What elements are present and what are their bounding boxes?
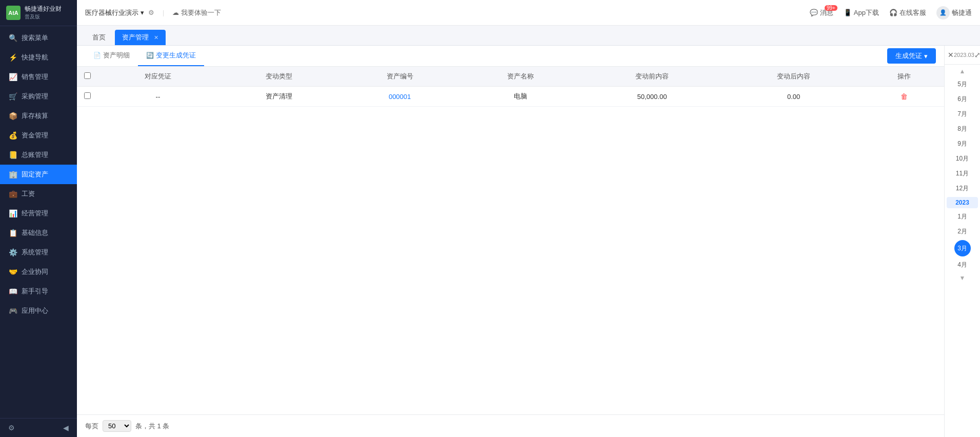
table-container: 对应凭证 变动类型 资产编号 资产名称 变动前内容 变动后内容 操作 xyxy=(77,67,944,414)
sidebar-item-search[interactable]: 🔍 搜索菜单 xyxy=(0,28,77,48)
calendar-date-label: 2023.03 xyxy=(954,50,974,60)
experience-btn[interactable]: ☁ 我要体验一下 xyxy=(172,8,221,17)
sidebar-item-basicinfo[interactable]: 📋 基础信息 xyxy=(0,223,77,243)
calendar-month-6[interactable]: 6月 xyxy=(945,92,980,107)
customer-service-action[interactable]: 🎧 在线客服 xyxy=(889,8,926,17)
cell-before-change: 50,000.00 xyxy=(581,87,723,107)
sub-tab-detail[interactable]: 📄 资产明细 xyxy=(85,46,138,66)
calendar-month-5[interactable]: 5月 xyxy=(945,77,980,92)
sidebar-item-quicknav[interactable]: ⚡ 快捷导航 xyxy=(0,48,77,67)
calendar-year-2023[interactable]: 2023 xyxy=(947,197,978,208)
search-icon: 🔍 xyxy=(8,34,17,42)
sub-tabs: 📄 资产明细 🔄 变更生成凭证 生成凭证 ▾ xyxy=(77,46,944,67)
sidebar-item-label: 基础信息 xyxy=(22,228,48,237)
main-area: 医疗器械行业演示 ▾ ⚙ | ☁ 我要体验一下 💬 消息 99+ 📱 App下载… xyxy=(77,0,980,437)
per-page-select[interactable]: 50 10 20 100 xyxy=(103,420,131,432)
calendar-close-button[interactable]: ✕ xyxy=(948,51,954,59)
cell-after-change: 0.00 xyxy=(723,87,865,107)
generate-voucher-button[interactable]: 生成凭证 ▾ xyxy=(887,48,936,64)
col-before-change: 变动前内容 xyxy=(581,67,723,87)
content-with-panel: 📄 资产明细 🔄 变更生成凭证 生成凭证 ▾ xyxy=(77,46,980,437)
generate-dropdown-icon: ▾ xyxy=(924,52,928,60)
row-checkbox[interactable] xyxy=(84,92,91,99)
col-change-type: 变动类型 xyxy=(218,67,339,87)
select-all-checkbox[interactable] xyxy=(84,72,91,79)
sidebar-logo: AtA 畅捷通好业财 普及版 xyxy=(0,0,77,26)
customer-service-label: 在线客服 xyxy=(899,8,926,17)
calendar-month-3-active[interactable]: 3月 xyxy=(954,240,971,256)
sidebar-item-guide[interactable]: 📖 新手引导 xyxy=(0,282,77,301)
sidebar-item-label: 固定资产 xyxy=(22,170,48,179)
calendar-month-2[interactable]: 2月 xyxy=(945,224,980,239)
sidebar: AtA 畅捷通好业财 普及版 🔍 搜索菜单 ⚡ 快捷导航 📈 销售管理 🛒 采购… xyxy=(0,0,77,437)
sidebar-item-system[interactable]: ⚙️ 系统管理 xyxy=(0,243,77,262)
sidebar-bottom: ⚙ ◀ xyxy=(0,418,77,437)
appstore-icon: 🎮 xyxy=(8,307,17,315)
logo-sub: 普及版 xyxy=(25,13,62,21)
sidebar-item-label: 搜索菜单 xyxy=(22,33,48,43)
topbar-right: 💬 消息 99+ 📱 App下载 🎧 在线客服 👤 畅捷通 xyxy=(810,6,972,19)
app-download-action[interactable]: 📱 App下载 xyxy=(844,8,879,17)
calendar-scroll-down[interactable]: ▼ xyxy=(945,272,980,284)
col-voucher: 对应凭证 xyxy=(97,67,218,87)
pagination-total: 条，共 1 条 xyxy=(135,422,169,431)
avatar: 👤 xyxy=(936,6,950,19)
calendar-month-11[interactable]: 11月 xyxy=(945,166,980,181)
sidebar-item-purchase[interactable]: 🛒 采购管理 xyxy=(0,87,77,106)
sub-tab-voucher[interactable]: 🔄 变更生成凭证 xyxy=(138,46,204,66)
company-selector[interactable]: 医疗器械行业演示 ▾ xyxy=(85,8,144,17)
sidebar-nav: 🔍 搜索菜单 ⚡ 快捷导航 📈 销售管理 🛒 采购管理 📦 库存核算 💰 资金管… xyxy=(0,26,77,418)
calendar-month-9[interactable]: 9月 xyxy=(945,136,980,151)
calendar-scroll-up[interactable]: ▲ xyxy=(945,66,980,77)
guide-icon: 📖 xyxy=(8,287,17,295)
topbar: 医疗器械行业演示 ▾ ⚙ | ☁ 我要体验一下 💬 消息 99+ 📱 App下载… xyxy=(77,0,980,26)
sub-tab-detail-label: 资产明细 xyxy=(103,51,130,60)
table-row: -- 资产清理 000001 电脑 50,000.00 0.00 🗑 xyxy=(77,87,944,107)
payroll-icon: 💼 xyxy=(8,190,17,198)
settings-icon[interactable]: ⚙ xyxy=(8,424,15,432)
sidebar-item-appstore[interactable]: 🎮 应用中心 xyxy=(0,301,77,321)
cell-asset-code: 000001 xyxy=(339,87,461,107)
table-header-row: 对应凭证 变动类型 资产编号 资产名称 变动前内容 变动后内容 操作 xyxy=(77,67,944,87)
detail-tab-icon: 📄 xyxy=(93,52,101,59)
generate-btn-label: 生成凭证 xyxy=(895,51,922,61)
sidebar-item-assets[interactable]: 🏢 固定资产 xyxy=(0,165,77,184)
col-asset-name: 资产名称 xyxy=(461,67,582,87)
sidebar-item-label: 应用中心 xyxy=(22,306,48,315)
row-checkbox-cell xyxy=(77,87,97,107)
sidebar-item-label: 新手引导 xyxy=(22,287,48,296)
calendar-month-10[interactable]: 10月 xyxy=(945,151,980,166)
ledger-icon: 📒 xyxy=(8,151,17,159)
calendar-month-8[interactable]: 8月 xyxy=(945,122,980,136)
user-action[interactable]: 👤 畅捷通 xyxy=(936,6,972,19)
sidebar-item-sales[interactable]: 📈 销售管理 xyxy=(0,67,77,87)
delete-row-icon[interactable]: 🗑 xyxy=(901,92,908,101)
message-action[interactable]: 💬 消息 99+ xyxy=(810,8,833,17)
main-content: 📄 资产明细 🔄 变更生成凭证 生成凭证 ▾ xyxy=(77,46,944,437)
tab-assets[interactable]: 资产管理 ✕ xyxy=(115,30,166,45)
sidebar-item-payroll[interactable]: 💼 工资 xyxy=(0,184,77,204)
calendar-month-12[interactable]: 12月 xyxy=(945,181,980,196)
calendar-month-1[interactable]: 1月 xyxy=(945,209,980,224)
collapse-icon[interactable]: ◀ xyxy=(63,424,69,432)
operations-icon: 📊 xyxy=(8,209,17,217)
sidebar-item-collab[interactable]: 🤝 企业协同 xyxy=(0,262,77,282)
sub-tab-voucher-label: 变更生成凭证 xyxy=(156,51,196,60)
pagination: 每页 50 10 20 100 条，共 1 条 xyxy=(77,414,944,437)
settings-gear-icon[interactable]: ⚙ xyxy=(148,9,154,16)
sidebar-item-operations[interactable]: 📊 经营管理 xyxy=(0,204,77,223)
sidebar-item-label: 企业协同 xyxy=(22,267,48,276)
sidebar-item-inventory[interactable]: 📦 库存核算 xyxy=(0,106,77,126)
company-name: 医疗器械行业演示 xyxy=(85,8,138,17)
calendar-month-4[interactable]: 4月 xyxy=(945,257,980,272)
col-asset-code: 资产编号 xyxy=(339,67,461,87)
sidebar-item-ledger[interactable]: 📒 总账管理 xyxy=(0,145,77,165)
sidebar-item-label: 快捷导航 xyxy=(22,53,48,62)
tab-close-icon[interactable]: ✕ xyxy=(154,34,158,41)
logo-icon: AtA xyxy=(6,6,21,20)
calendar-expand-button[interactable]: ⤢ xyxy=(974,51,980,59)
tab-home[interactable]: 首页 xyxy=(85,30,113,45)
sidebar-item-funds[interactable]: 💰 资金管理 xyxy=(0,126,77,145)
calendar-month-7[interactable]: 7月 xyxy=(945,107,980,122)
per-page-label: 每页 xyxy=(85,422,98,431)
